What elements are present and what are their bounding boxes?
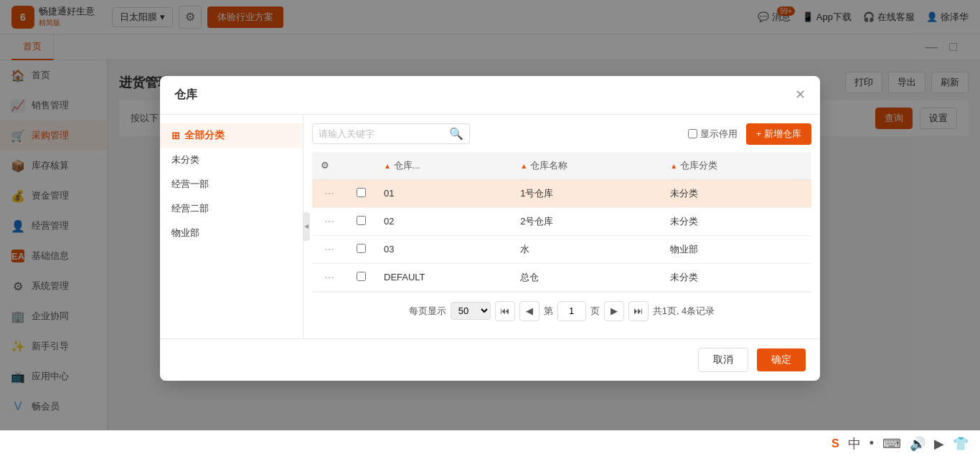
warehouse-table: ⚙ ▲ 仓库... ▲ 仓库名称 xyxy=(312,152,811,292)
row-dots-1: ··· xyxy=(312,179,347,207)
row-code-1: 01 xyxy=(375,179,512,207)
table-panel: 🔍 显示停用 + 新增仓库 xyxy=(303,115,820,338)
dialog-header: 仓库 ✕ xyxy=(160,76,820,115)
grid-icon: ⊞ xyxy=(171,130,180,141)
category-all[interactable]: ⊞ 全部分类 xyxy=(160,123,303,148)
row-code-2: 02 xyxy=(375,207,512,235)
taskbar-logo-icon[interactable]: S xyxy=(831,437,839,450)
row-check-3[interactable] xyxy=(347,235,375,263)
category-item-unclassified[interactable]: 未分类 xyxy=(160,148,303,172)
search-box: 🔍 xyxy=(312,123,470,144)
row-check-1[interactable] xyxy=(347,179,375,207)
row-cat-4: 未分类 xyxy=(661,263,811,291)
row-check-2[interactable] xyxy=(347,207,375,235)
sort-icon-cat: ▲ xyxy=(670,162,677,170)
last-page-button[interactable]: ⏭ xyxy=(628,301,649,321)
th-category: ▲ 仓库分类 xyxy=(661,152,811,180)
row-name-1: 1号仓库 xyxy=(512,179,661,207)
gear-icon: ⚙ xyxy=(321,160,329,171)
table-row[interactable]: ··· 01 1号仓库 未分类 xyxy=(312,179,811,207)
table-body: ··· 01 1号仓库 未分类 ··· 02 2号仓库 xyxy=(312,179,811,291)
category-item-ops2[interactable]: 经营二部 xyxy=(160,196,303,221)
search-input[interactable] xyxy=(319,128,445,139)
dialog-body: ⊞ 全部分类 未分类 经营一部 经营二部 物业部 ◀ 🔍 xyxy=(160,115,820,338)
row-name-2: 2号仓库 xyxy=(512,207,661,235)
category-panel: ⊞ 全部分类 未分类 经营一部 经营二部 物业部 ◀ xyxy=(160,115,303,338)
table-toolbar: 🔍 显示停用 + 新增仓库 xyxy=(312,123,811,145)
close-button[interactable]: ✕ xyxy=(795,88,806,101)
taskbar-icons: S 中 • ⌨ 🔊 ▶ 👕 xyxy=(831,435,969,452)
taskbar-play-icon[interactable]: ▶ xyxy=(934,436,944,452)
show-disabled-checkbox[interactable] xyxy=(688,129,697,138)
collapse-panel-button[interactable]: ◀ xyxy=(303,212,310,241)
prev-page-button[interactable]: ◀ xyxy=(519,301,540,321)
dialog-title: 仓库 xyxy=(174,87,197,103)
confirm-button[interactable]: 确定 xyxy=(757,348,806,371)
category-item-property[interactable]: 物业部 xyxy=(160,221,303,245)
table-header: ⚙ ▲ 仓库... ▲ 仓库名称 xyxy=(312,152,811,180)
row-cat-2: 未分类 xyxy=(661,207,811,235)
taskbar-dot-icon[interactable]: • xyxy=(870,436,874,451)
row-code-3: 03 xyxy=(375,235,512,263)
table-row[interactable]: ··· 03 水 物业部 xyxy=(312,235,811,263)
row-code-4: DEFAULT xyxy=(375,263,512,291)
cancel-button[interactable]: 取消 xyxy=(698,348,748,372)
first-page-button[interactable]: ⏮ xyxy=(495,301,515,321)
row-dots-4: ··· xyxy=(312,263,347,291)
chevron-left-icon: ◀ xyxy=(304,223,308,229)
th-code: ▲ 仓库... xyxy=(375,152,512,180)
category-item-ops1[interactable]: 经营一部 xyxy=(160,172,303,196)
sort-icon: ▲ xyxy=(384,162,391,170)
table-row[interactable]: ··· 02 2号仓库 未分类 xyxy=(312,207,811,235)
table-container: ⚙ ▲ 仓库... ▲ 仓库名称 xyxy=(312,152,811,292)
show-disabled-label[interactable]: 显示停用 xyxy=(688,128,738,141)
sort-icon-name: ▲ xyxy=(520,162,527,170)
taskbar: S 中 • ⌨ 🔊 ▶ 👕 xyxy=(0,430,980,456)
next-page-button[interactable]: ▶ xyxy=(604,301,624,321)
new-warehouse-button[interactable]: + 新增仓库 xyxy=(746,123,811,145)
row-cat-3: 物业部 xyxy=(661,235,811,263)
row-name-4: 总仓 xyxy=(512,263,661,291)
page-number-input[interactable] xyxy=(557,301,586,321)
dialog-footer: 取消 确定 xyxy=(160,338,820,381)
taskbar-shirt-icon[interactable]: 👕 xyxy=(953,436,969,452)
th-settings: ⚙ xyxy=(312,152,347,180)
taskbar-keyboard-icon[interactable]: ⌨ xyxy=(882,436,901,452)
th-name: ▲ 仓库名称 xyxy=(512,152,661,180)
toolbar-right: 显示停用 + 新增仓库 xyxy=(688,123,811,145)
row-cat-1: 未分类 xyxy=(661,179,811,207)
warehouse-dialog: 仓库 ✕ ⊞ 全部分类 未分类 经营一部 经营二部 物业部 ◀ xyxy=(160,76,820,381)
row-name-3: 水 xyxy=(512,235,661,263)
row-check-4[interactable] xyxy=(347,263,375,291)
th-checkbox xyxy=(347,152,375,180)
search-icon: 🔍 xyxy=(449,127,463,141)
taskbar-lang-icon[interactable]: 中 xyxy=(848,435,861,452)
taskbar-volume-icon[interactable]: 🔊 xyxy=(910,436,925,452)
dialog-overlay: 仓库 ✕ ⊞ 全部分类 未分类 经营一部 经营二部 物业部 ◀ xyxy=(0,0,980,456)
table-row[interactable]: ··· DEFAULT 总仓 未分类 xyxy=(312,263,811,291)
pagination: 每页显示 50 20 100 ⏮ ◀ 第 页 ▶ ⏭ 共1页, 4条记录 xyxy=(312,292,811,330)
row-dots-2: ··· xyxy=(312,207,347,235)
row-dots-3: ··· xyxy=(312,235,347,263)
page-size-select[interactable]: 50 20 100 xyxy=(451,302,491,320)
